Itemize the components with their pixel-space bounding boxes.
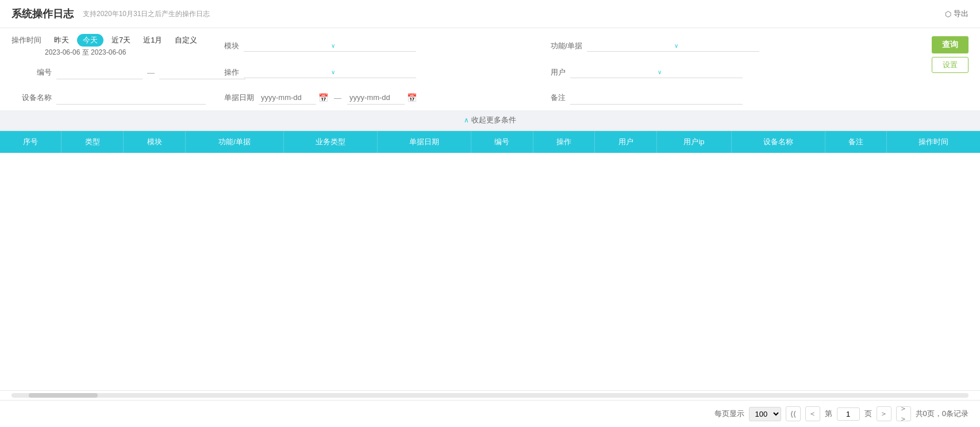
collapse-bar[interactable]: ∧ 收起更多条件 <box>0 110 980 130</box>
number-input-start[interactable] <box>56 66 143 79</box>
table-body <box>0 153 980 354</box>
page-end-label: 页 <box>864 409 872 419</box>
func-filter-group: 功能/单据 ∨ <box>551 40 969 52</box>
number-filter-group: 编号 — <box>11 66 213 79</box>
data-table: 序号 类型 模块 功能/单据 业务类型 单据日期 编号 操作 用户 用户ip 设… <box>0 131 980 354</box>
remark-input[interactable] <box>570 91 743 105</box>
col-user-ip: 用户ip <box>657 131 731 153</box>
col-type: 类型 <box>62 131 124 153</box>
date-dash: — <box>334 94 341 102</box>
col-voucher-date: 单据日期 <box>377 131 471 153</box>
per-page-label: 每页显示 <box>714 409 744 419</box>
col-operation: 操作 <box>533 131 595 153</box>
voucher-date-label: 单据日期 <box>224 93 254 103</box>
header-left: 系统操作日志 支持2020年10月31日之后产生的操作日志 <box>11 7 210 21</box>
device-filter-group: 设备名称 <box>11 91 213 105</box>
operation-label: 操作 <box>224 67 239 78</box>
user-select[interactable]: ∨ <box>570 67 743 78</box>
empty-row <box>0 153 980 354</box>
table-container: 序号 类型 模块 功能/单据 业务类型 单据日期 编号 操作 用户 用户ip 设… <box>0 131 980 390</box>
filter-wrapper: 操作时间 昨天 今天 近7天 近1月 自定义 2023-06-06 至 2023… <box>0 28 980 131</box>
export-label: 导出 <box>954 9 969 19</box>
time-btn-1month[interactable]: 近1月 <box>139 34 167 47</box>
scrollbar-thumb[interactable] <box>29 393 98 398</box>
page-wrapper: 系统操作日志 支持2020年10月31日之后产生的操作日志 ⬡ 导出 操作时间 … <box>0 0 980 427</box>
filter-row-2: 编号 — 操作 ∨ 用户 <box>0 60 980 85</box>
time-filter-group: 操作时间 昨天 今天 近7天 近1月 自定义 2023-06-06 至 2023… <box>11 34 213 57</box>
content-area: 操作时间 昨天 今天 近7天 近1月 自定义 2023-06-06 至 2023… <box>0 28 980 427</box>
col-number: 编号 <box>471 131 533 153</box>
collapse-button[interactable]: ∧ 收起更多条件 <box>464 115 516 125</box>
scrollbar-track[interactable] <box>11 393 969 398</box>
collapse-icon: ∧ <box>464 116 469 124</box>
module-label: 模块 <box>224 41 239 51</box>
page-title: 系统操作日志 <box>11 7 74 21</box>
user-chevron-icon: ∨ <box>658 69 743 75</box>
page-number-input[interactable] <box>837 407 860 421</box>
time-label: 操作时间 <box>11 35 41 45</box>
module-chevron-icon: ∨ <box>331 43 416 49</box>
module-select[interactable]: ∨ <box>244 40 416 52</box>
col-user: 用户 <box>595 131 657 153</box>
col-index: 序号 <box>0 131 62 153</box>
next-page-button[interactable]: ＞ <box>877 406 891 421</box>
time-btn-custom[interactable]: 自定义 <box>170 34 202 47</box>
module-filter-group: 模块 ∨ <box>224 40 539 52</box>
col-device: 设备名称 <box>731 131 825 153</box>
col-biz-type: 业务类型 <box>283 131 377 153</box>
filter-row-1: 操作时间 昨天 今天 近7天 近1月 自定义 2023-06-06 至 2023… <box>0 28 980 60</box>
pagination-bar: 每页显示 50 100 200 ⟨⟨ ＜ 第 页 ＞ ＞＞ 共0页，0条记录 <box>0 400 980 427</box>
func-label: 功能/单据 <box>551 41 583 51</box>
date-input-group: 📅 — 📅 <box>259 91 417 105</box>
table-header-row: 序号 类型 模块 功能/单据 业务类型 单据日期 编号 操作 用户 用户ip 设… <box>0 131 980 153</box>
empty-cell <box>0 153 980 354</box>
time-btn-7days[interactable]: 近7天 <box>107 34 135 47</box>
page-subtitle: 支持2020年10月31日之后产生的操作日志 <box>83 9 210 19</box>
prev-page-button[interactable]: ＜ <box>805 406 820 421</box>
page-label: 第 <box>825 409 832 419</box>
time-btn-yesterday[interactable]: 昨天 <box>49 34 74 47</box>
col-remark: 备注 <box>825 131 887 153</box>
calendar-end-icon[interactable]: 📅 <box>407 93 417 102</box>
table-header: 序号 类型 模块 功能/单据 业务类型 单据日期 编号 操作 用户 用户ip 设… <box>0 131 980 153</box>
time-btn-today[interactable]: 今天 <box>77 34 103 47</box>
col-op-time: 操作时间 <box>887 131 980 153</box>
func-chevron-icon: ∨ <box>674 43 759 49</box>
operation-select[interactable]: ∨ <box>244 67 416 78</box>
last-page-button[interactable]: ＞＞ <box>896 406 911 421</box>
total-info: 共0页，0条记录 <box>916 409 969 419</box>
collapse-label: 收起更多条件 <box>471 115 516 125</box>
query-button[interactable]: 查询 <box>932 36 969 53</box>
date-input-start[interactable] <box>259 91 316 105</box>
col-module: 模块 <box>124 131 186 153</box>
remark-label: 备注 <box>551 93 566 103</box>
time-range-display: 2023-06-06 至 2023-06-06 <box>11 48 213 57</box>
setting-button[interactable]: 设置 <box>932 57 969 73</box>
number-label: 编号 <box>11 67 52 78</box>
action-buttons: 查询 设置 <box>932 36 969 73</box>
calendar-start-icon[interactable]: 📅 <box>318 93 328 102</box>
operation-filter-group: 操作 ∨ <box>224 67 539 78</box>
export-icon: ⬡ <box>945 10 951 18</box>
page-header: 系统操作日志 支持2020年10月31日之后产生的操作日志 ⬡ 导出 <box>0 0 980 28</box>
func-select[interactable]: ∨ <box>587 40 759 52</box>
voucher-date-filter-group: 单据日期 📅 — 📅 <box>224 91 539 105</box>
number-dash: — <box>147 68 155 77</box>
page-size-select[interactable]: 50 100 200 <box>749 407 781 421</box>
user-label: 用户 <box>551 67 566 78</box>
device-input[interactable] <box>56 91 206 105</box>
col-func: 功能/单据 <box>186 131 284 153</box>
user-filter-group: 用户 ∨ <box>551 67 969 78</box>
export-button[interactable]: ⬡ 导出 <box>945 9 969 19</box>
scrollbar-area <box>0 390 980 400</box>
operation-chevron-icon: ∨ <box>331 69 416 75</box>
remark-filter-group: 备注 <box>551 91 969 105</box>
first-page-button[interactable]: ⟨⟨ <box>786 406 801 421</box>
filter-row-3: 设备名称 单据日期 📅 — 📅 备注 <box>0 85 980 110</box>
date-input-end[interactable] <box>347 91 405 105</box>
device-label: 设备名称 <box>11 93 52 103</box>
